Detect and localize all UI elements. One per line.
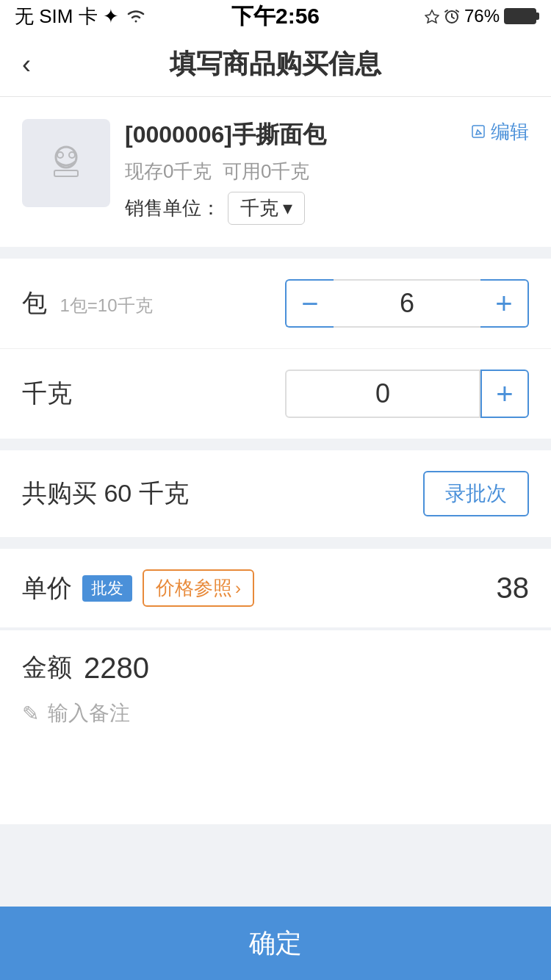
edit-remark-icon: ✎	[22, 702, 39, 726]
product-name: [0000006]手撕面包	[125, 119, 326, 151]
amount-label: 金额	[22, 651, 72, 685]
amount-value: 2280	[84, 652, 149, 685]
amount-section: 金额 2280 ✎ 输入备注	[0, 630, 551, 824]
product-unit-row: 销售单位： 千克 ▾	[125, 192, 529, 225]
edit-label: 编辑	[491, 119, 529, 145]
kg-increment-button[interactable]: +	[480, 370, 529, 418]
unit-selector[interactable]: 千克 ▾	[228, 192, 305, 225]
pack-decrement-button[interactable]: −	[285, 279, 334, 328]
price-ref-button[interactable]: 价格参照 ›	[143, 569, 254, 607]
price-ref-chevron-icon: ›	[235, 578, 241, 599]
product-thumb-icon	[44, 141, 88, 185]
spacer	[0, 824, 551, 907]
alarm-icon	[444, 8, 460, 24]
edit-button[interactable]: 编辑	[470, 119, 529, 145]
pack-quantity-row: 包 1包=10千克 − +	[0, 259, 551, 349]
sim-status: 无 SIM 卡 ✦	[15, 4, 119, 29]
remark-row[interactable]: ✎ 输入备注	[22, 699, 529, 727]
nav-bar: ‹ 填写商品购买信息	[0, 32, 551, 97]
pack-quantity-input[interactable]	[334, 279, 480, 328]
price-section: 单价 批发 价格参照 › 38	[0, 549, 551, 627]
svg-rect-4	[54, 170, 78, 176]
unit-value: 千克	[240, 195, 278, 221]
product-info: [0000006]手撕面包 编辑 现存0千克 可用0千克 销售单位： 千克 ▾	[125, 119, 529, 225]
price-row: 单价 批发 价格参照 › 38	[22, 569, 529, 607]
pack-label: 包 1包=10千克	[22, 287, 285, 320]
pack-quantity-controls: − +	[285, 279, 529, 328]
edit-icon	[470, 123, 488, 141]
kg-label: 千克	[22, 377, 285, 411]
svg-point-2	[57, 152, 63, 158]
remark-placeholder: 输入备注	[48, 699, 130, 727]
back-button[interactable]: ‹	[15, 42, 38, 87]
unit-label: 销售单位：	[125, 195, 220, 221]
svg-point-3	[69, 152, 75, 158]
price-label: 单价	[22, 572, 72, 605]
batch-button[interactable]: 录批次	[423, 471, 529, 516]
price-tag: 批发	[82, 575, 132, 602]
summary-section: 共购买 60 千克 录批次	[0, 450, 551, 537]
summary-text: 共购买 60 千克	[22, 477, 189, 511]
unit-chevron-icon: ▾	[283, 197, 292, 220]
price-value: 38	[497, 572, 530, 605]
quantity-section: 包 1包=10千克 − + 千克 +	[0, 259, 551, 439]
kg-quantity-input[interactable]	[285, 370, 480, 418]
price-label-row: 单价 批发 价格参照 ›	[22, 569, 254, 607]
price-ref-label: 价格参照	[156, 575, 232, 601]
status-right: 76%	[425, 6, 536, 26]
confirm-button[interactable]: 确定	[0, 907, 551, 980]
wifi-icon	[125, 8, 147, 24]
product-thumbnail	[22, 119, 110, 207]
nav-title: 填写商品购买信息	[170, 46, 381, 82]
battery-icon	[504, 8, 536, 24]
product-card: [0000006]手撕面包 编辑 现存0千克 可用0千克 销售单位： 千克 ▾	[0, 97, 551, 247]
kg-quantity-controls: +	[285, 370, 529, 418]
battery-percent: 76%	[464, 6, 500, 26]
status-left: 无 SIM 卡 ✦	[15, 4, 147, 29]
pack-hint: 1包=10千克	[60, 295, 152, 315]
status-time: 下午2:56	[231, 1, 320, 32]
pack-increment-button[interactable]: +	[480, 279, 529, 328]
product-stock: 现存0千克 可用0千克	[125, 159, 529, 184]
amount-row: 金额 2280	[22, 651, 529, 685]
kg-quantity-row: 千克 +	[0, 349, 551, 439]
location-icon	[425, 9, 439, 24]
status-bar: 无 SIM 卡 ✦ 下午2:56 76%	[0, 0, 551, 32]
